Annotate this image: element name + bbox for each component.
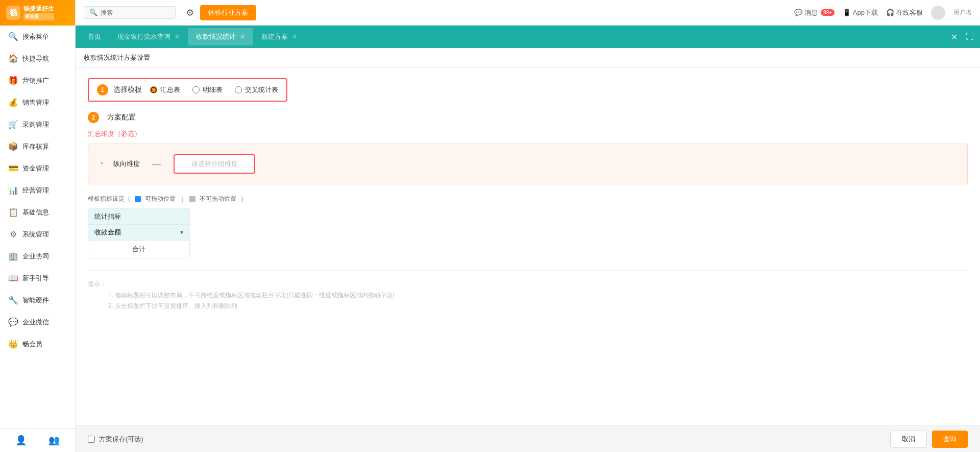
settings-icon[interactable]: ⚙ [186,7,194,18]
download-label: App下载 [853,8,878,17]
topbar-right: 💬 消息 99+ 📱 App下载 🎧 在线客服 用户名 [794,6,972,20]
page-header: 收款情况统计方案设置 [76,48,980,68]
radio-cross[interactable]: 交叉统计表 [235,85,278,94]
tab-expand-icon[interactable]: ⛶ [964,30,976,43]
step1-row: 1 选择模板 汇总表 明细表 交叉统计表 [88,78,968,102]
sidebar-item-wechat[interactable]: 💬 企业微信 [0,311,75,333]
sidebar-item-search-menu[interactable]: 🔍 搜索菜单 [0,26,75,47]
tab-collection-stats[interactable]: 收款情况统计 ✕ [188,28,253,45]
row-dimension-label: 纵向维度 [113,159,140,169]
tab-bank-flow-close[interactable]: ✕ [175,33,180,40]
card-icon: 💳 [8,163,18,173]
save-plan-checkbox[interactable] [88,436,95,443]
dimension-placeholder[interactable]: 请选择分组维度 [174,154,255,174]
tab-close-all-icon[interactable]: ✕ [949,30,960,44]
sidebar-item-cooperation[interactable]: 🏢 企业协同 [0,245,75,267]
sidebar-item-hardware[interactable]: 🔧 智能硬件 [0,289,75,311]
chat-icon: 💬 [8,317,18,327]
step1-badge: 1 [97,84,108,96]
topbar-search-box[interactable]: 🔍 [84,6,176,19]
logo-text: 畅捷通好生 [23,5,54,12]
clipboard-icon: 📋 [8,207,18,217]
message-item[interactable]: 💬 消息 99+ [794,8,835,17]
dimension-arrow-icon: — [152,159,161,170]
sidebar-item-operation[interactable]: 📊 经营管理 [0,179,75,201]
cart-icon: 🛒 [8,120,18,129]
sidebar-item-label: 搜索菜单 [22,32,49,41]
sidebar-logo: 畅 畅捷通好生 标准版 [0,0,75,26]
search-icon: 🔍 [89,9,97,16]
metrics-chevron-icon[interactable]: ▾ [180,229,183,236]
topbar: 🔍 ⚙ 体验行业方案 💬 消息 99+ 📱 App下载 🎧 在线客服 用户名 [76,0,980,26]
sidebar-item-label: 资金管理 [22,164,49,173]
search-menu-icon: 🔍 [8,32,18,41]
radio-summary-input[interactable] [150,86,157,93]
tabbar-right: ✕ ⛶ [949,30,976,44]
sidebar-footer-avatar1[interactable]: 👤 [15,435,27,446]
tab-collection-stats-label: 收款情况统计 [196,32,236,41]
sidebar-item-guide[interactable]: 📖 新手引导 [0,267,75,289]
metrics-label-text: 模板指标设定（ [88,195,131,203]
dimension-area: * 纵向维度 — 请选择分组维度 [88,144,968,184]
tabbar: 首页 现金银行流水查询 ✕ 收款情况统计 ✕ 新建方案 ✕ ✕ ⛶ [76,26,980,48]
crown-icon: 👑 [8,339,18,349]
sidebar-item-marketing[interactable]: 🎁 营销推广 [0,69,75,91]
metrics-row-total: 合计 [88,241,189,258]
draggable-label: 可拖动位置 [145,195,176,203]
chart-icon: 📊 [8,185,18,195]
sidebar-item-capital[interactable]: 💳 资金管理 [0,157,75,179]
gear-icon: ⚙ [8,229,18,239]
message-badge: 99+ [821,9,835,16]
support-item[interactable]: 🎧 在线客服 [886,8,923,17]
tab-home[interactable]: 首页 [80,28,109,45]
step2-label: 方案配置 [107,113,136,122]
sidebar-item-quick-nav[interactable]: 🏠 快捷导航 [0,47,75,69]
non-draggable-label: 不可拖动位置 [200,195,236,203]
sidebar-item-inventory[interactable]: 📦 库存核算 [0,135,75,157]
headset-icon: 🎧 [886,9,894,16]
step2-badge: 2 [88,112,99,123]
metrics-column-header[interactable]: 收款金额 ▾ [88,225,189,241]
radio-summary-label: 汇总表 [160,85,180,94]
sidebar-item-system[interactable]: ⚙ 系统管理 [0,223,75,245]
tab-new-plan[interactable]: 新建方案 ✕ [253,28,305,45]
sidebar-item-member[interactable]: 👑 畅会员 [0,333,75,355]
metrics-label-close: ） [240,195,247,203]
sidebar-footer-avatar2[interactable]: 👥 [48,435,60,446]
industry-btn[interactable]: 体验行业方案 [200,5,256,20]
radio-summary[interactable]: 汇总表 [150,85,180,94]
tab-collection-stats-close[interactable]: ✕ [240,33,245,40]
query-button[interactable]: 查询 [932,431,968,448]
gift-icon: 🎁 [8,76,18,85]
step2-row: 2 方案配置 [88,112,968,123]
sidebar-item-label: 销售管理 [22,98,49,107]
download-item[interactable]: 📱 App下载 [843,8,878,17]
sidebar-item-sales[interactable]: 💰 销售管理 [0,91,75,113]
metrics-table-header: 统计指标 [88,209,189,225]
tab-bank-flow[interactable]: 现金银行流水查询 ✕ [109,28,188,45]
save-plan-label[interactable]: 方案保存(可选) [99,435,143,444]
draggable-dot [135,196,141,202]
sidebar-item-label: 库存核算 [22,142,49,151]
tab-new-plan-close[interactable]: ✕ [292,33,297,40]
sidebar-item-purchase[interactable]: 🛒 采购管理 [0,113,75,135]
hint-line2: 2. 点击标题栏下拉可设置排序、插入列和删除列 [108,301,968,312]
sidebar-item-label: 新手引导 [22,274,49,283]
sidebar-item-label: 营销推广 [22,76,49,85]
radio-detail-input[interactable] [192,86,200,93]
sidebar-item-basic[interactable]: 📋 基础信息 [0,201,75,223]
radio-cross-input[interactable] [235,86,242,93]
money-icon: 💰 [8,98,18,107]
non-draggable-dot [189,196,195,202]
search-input[interactable] [101,9,162,16]
sidebar-item-label: 智能硬件 [22,296,49,305]
hint-title: 提示： [88,279,968,290]
radio-detail[interactable]: 明细表 [192,85,223,94]
legend-separator: | [182,196,183,203]
box-icon: 📦 [8,141,18,151]
tab-bank-flow-label: 现金银行流水查询 [117,32,170,41]
username-label: 用户名 [953,8,972,17]
radio-cross-label: 交叉统计表 [245,85,278,94]
sidebar-item-label: 畅会员 [22,340,42,349]
cancel-button[interactable]: 取消 [890,431,927,448]
